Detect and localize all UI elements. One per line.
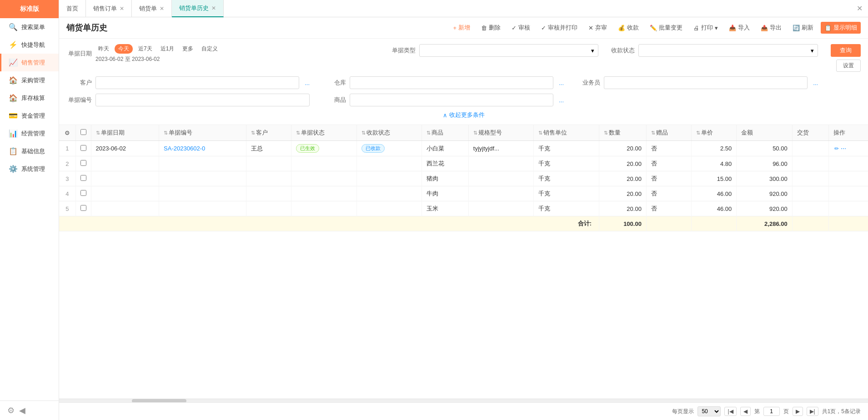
sidebar-item-sales[interactable]: 📈 销售管理 bbox=[0, 54, 59, 71]
sidebar-item-purchase[interactable]: 🏠 采购管理 bbox=[0, 71, 59, 89]
close-sales-history-icon[interactable]: ✕ bbox=[211, 5, 216, 11]
audit-print-button[interactable]: ✓ 审核并打印 bbox=[537, 22, 581, 34]
page-first-btn[interactable]: |◀ bbox=[724, 407, 736, 416]
doc-type-select[interactable]: ▾ bbox=[419, 44, 599, 57]
tab-sales-slip[interactable]: 销货单 ✕ bbox=[132, 0, 172, 17]
row-checkbox-cell[interactable] bbox=[75, 156, 91, 171]
export-button[interactable]: 📤 导出 bbox=[757, 22, 785, 34]
batch-change-button[interactable]: ✏️ 批量变更 bbox=[646, 22, 686, 34]
row-no[interactable] bbox=[159, 171, 246, 186]
summary-delivery bbox=[792, 216, 828, 231]
page-next-btn[interactable]: ▶ bbox=[793, 407, 803, 416]
set-button[interactable]: 设置 bbox=[836, 60, 861, 72]
sidebar-item-basic[interactable]: 📋 基础信息 bbox=[0, 142, 59, 160]
row-check-input[interactable] bbox=[80, 145, 86, 151]
tab-home[interactable]: 首页 bbox=[59, 0, 86, 17]
salesperson-input[interactable] bbox=[604, 76, 808, 89]
customer-input[interactable] bbox=[95, 76, 299, 89]
row-check-input[interactable] bbox=[80, 205, 86, 211]
date-today-btn[interactable]: 今天 bbox=[115, 44, 133, 54]
unaudit-button[interactable]: ✕ 弃审 bbox=[585, 22, 611, 34]
row-checkbox-cell[interactable] bbox=[75, 141, 91, 156]
doc-no-link[interactable]: SA-20230602-0 bbox=[164, 145, 205, 152]
search-icon: 🔍 bbox=[9, 23, 18, 31]
date-yesterday-btn[interactable]: 昨天 bbox=[95, 44, 112, 54]
sidebar-item-quick[interactable]: ⚡ 快捷导航 bbox=[0, 36, 59, 54]
tab-sales-order-label: 销售订单 bbox=[93, 5, 117, 13]
tab-bar-close-btn[interactable]: ✕ bbox=[851, 4, 868, 13]
filter-warehouse: 仓库 ... bbox=[321, 76, 564, 89]
row-checkbox-cell[interactable] bbox=[75, 186, 91, 201]
action-more-btn[interactable]: ⋯ bbox=[840, 145, 847, 152]
sidebar-item-search[interactable]: 🔍 搜索菜单 bbox=[0, 18, 59, 36]
row-no[interactable] bbox=[159, 186, 246, 201]
settings-bottom-icon[interactable]: ⚙ bbox=[7, 405, 15, 415]
close-sales-order-icon[interactable]: ✕ bbox=[120, 5, 124, 12]
sidebar-item-system[interactable]: ⚙️ 系统管理 bbox=[0, 160, 59, 178]
page-number-input[interactable] bbox=[763, 407, 780, 416]
th-settings[interactable]: ⚙ bbox=[59, 125, 75, 141]
new-button[interactable]: + 新增 bbox=[449, 22, 474, 34]
row-check-input[interactable] bbox=[80, 190, 86, 196]
collapse-btn[interactable]: ∧ 收起更多条件 bbox=[443, 111, 485, 119]
scrollbar-area[interactable] bbox=[59, 399, 868, 402]
receipt-button[interactable]: 💰 收款 bbox=[614, 22, 642, 34]
money-icon: 💰 bbox=[618, 25, 625, 31]
page-prev-btn[interactable]: ◀ bbox=[740, 407, 751, 416]
filter-payment: 收款状态 ▾ bbox=[609, 44, 818, 57]
payment-status-select[interactable]: ▾ bbox=[638, 44, 818, 57]
close-sales-slip-icon[interactable]: ✕ bbox=[160, 5, 164, 12]
product-input[interactable] bbox=[350, 94, 553, 106]
tab-sales-history[interactable]: 销货单历史 ✕ bbox=[172, 0, 224, 17]
salesperson-label: 业务员 bbox=[575, 79, 600, 87]
select-all-checkbox[interactable] bbox=[80, 129, 86, 135]
refresh-button[interactable]: 🔄 刷新 bbox=[789, 22, 817, 34]
date-custom-btn[interactable]: 自定义 bbox=[199, 44, 221, 54]
th-date: ⇅单据日期 bbox=[91, 125, 159, 141]
row-no[interactable]: SA-20230602-0 bbox=[159, 141, 246, 156]
date-7days-btn[interactable]: 近7天 bbox=[135, 44, 155, 54]
warehouse-ellipsis-btn[interactable]: ... bbox=[559, 80, 564, 86]
summary-qty: 100.00 bbox=[599, 216, 647, 231]
row-checkbox-cell[interactable] bbox=[75, 201, 91, 216]
doc-no-input[interactable] bbox=[95, 94, 310, 106]
tab-sales-order[interactable]: 销售订单 ✕ bbox=[86, 0, 132, 17]
row-payment-status bbox=[356, 201, 422, 216]
salesperson-ellipsis-btn[interactable]: ... bbox=[813, 80, 818, 86]
date-more-btn[interactable]: 更多 bbox=[180, 44, 196, 54]
row-product: 小白菜 bbox=[422, 141, 469, 156]
import-button[interactable]: 📥 导入 bbox=[725, 22, 753, 34]
sidebar-item-funds[interactable]: 💳 资金管理 bbox=[0, 107, 59, 125]
sidebar-item-inventory[interactable]: 🏠 库存核算 bbox=[0, 89, 59, 107]
row-check-input[interactable] bbox=[80, 175, 86, 181]
row-delivery bbox=[792, 156, 828, 171]
row-payment-status: 已收款 bbox=[356, 141, 422, 156]
unaudit-icon: ✕ bbox=[588, 25, 593, 31]
print-button[interactable]: 🖨 打印 ▾ bbox=[690, 22, 722, 34]
sidebar-bottom: ⚙ ◀ bbox=[0, 400, 59, 420]
th-amount: 金额 bbox=[737, 125, 792, 141]
pagination: 每页显示 50 100 200 |◀ ◀ 第 页 ▶ ▶| 共1页，5条记录 bbox=[59, 402, 868, 420]
row-check-input[interactable] bbox=[80, 160, 86, 166]
audit-button[interactable]: ✓ 审核 bbox=[508, 22, 534, 34]
sidebar-item-operation[interactable]: 📊 经营管理 bbox=[0, 125, 59, 142]
collapse-sidebar-icon[interactable]: ◀ bbox=[19, 405, 25, 415]
row-no[interactable] bbox=[159, 156, 246, 171]
row-checkbox-cell[interactable] bbox=[75, 171, 91, 186]
delete-button[interactable]: 🗑 删除 bbox=[477, 22, 504, 34]
tab-home-label: 首页 bbox=[66, 5, 78, 13]
warehouse-input[interactable] bbox=[350, 76, 553, 89]
date-1month-btn[interactable]: 近1月 bbox=[158, 44, 177, 54]
row-no[interactable] bbox=[159, 201, 246, 216]
page-size-select[interactable]: 50 100 200 bbox=[697, 406, 721, 416]
refresh-icon: 🔄 bbox=[793, 25, 800, 31]
page-last-btn[interactable]: ▶| bbox=[807, 407, 818, 416]
product-ellipsis-btn[interactable]: ... bbox=[559, 97, 564, 104]
customer-ellipsis-btn[interactable]: ... bbox=[305, 80, 310, 86]
row-customer: 王总 bbox=[246, 141, 291, 156]
table-container: ⚙ ⇅单据日期 ⇅单据编号 ⇅客户 ⇅单据状态 ⇅收款状态 ⇅商品 ⇅规格型号 … bbox=[59, 125, 868, 399]
query-button[interactable]: 查询 bbox=[831, 44, 861, 57]
show-detail-button[interactable]: 📋 显示明细 bbox=[821, 22, 861, 34]
th-checkbox[interactable] bbox=[75, 125, 91, 141]
action-edit-btn[interactable]: ✏ bbox=[833, 145, 840, 152]
